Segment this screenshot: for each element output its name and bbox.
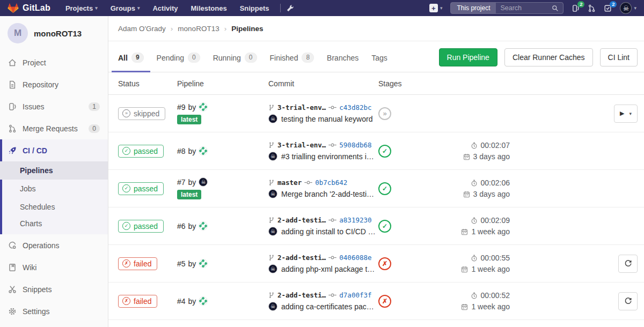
search-scope-button[interactable]: This project	[451, 3, 496, 13]
commit-sha-link[interactable]: 0406088e	[339, 254, 371, 262]
pipeline-id-link[interactable]: #7	[177, 178, 186, 187]
sidebar-item-issues[interactable]: Issues 1	[0, 95, 108, 117]
status-badge[interactable]: ✓passed	[118, 220, 164, 233]
commit-author-avatar[interactable]: ☠	[268, 189, 277, 198]
stage-status-passed-icon[interactable]: ✓	[378, 220, 391, 233]
sidebar-item-schedules[interactable]: Schedules	[0, 198, 108, 216]
nav-groups[interactable]: Groups▾	[105, 4, 145, 12]
sidebar-item-charts[interactable]: Charts	[0, 216, 108, 234]
breadcrumb-project[interactable]: monoROT13	[178, 25, 219, 33]
search-input[interactable]	[500, 4, 552, 12]
triggerer-avatar[interactable]	[199, 259, 208, 268]
pipeline-duration: 00:02:09	[481, 215, 510, 226]
branch-link[interactable]: 2-add-testi…	[277, 254, 326, 262]
commit-sha-link[interactable]: a8319230	[339, 216, 371, 224]
triggerer-avatar[interactable]	[199, 221, 208, 231]
issues-count: 1	[89, 102, 100, 111]
issues-nav-icon[interactable]: 2	[572, 4, 580, 12]
todos-nav-icon[interactable]: 2	[604, 4, 612, 12]
commit-message-link[interactable]: #3 trialling environments i…	[281, 152, 374, 161]
pipeline-id-link[interactable]: #4	[177, 297, 186, 306]
stage-status-passed-icon[interactable]: ✓	[378, 145, 391, 158]
stage-status-passed-icon[interactable]: ✓	[378, 182, 391, 195]
sidebar-item-merge-requests[interactable]: Merge Requests 0	[0, 117, 108, 139]
tab-tags[interactable]: Tags	[365, 46, 394, 72]
breadcrumb-user[interactable]: Adam O'Grady	[118, 25, 166, 33]
gitlab-logo[interactable]: GitLab	[8, 3, 50, 13]
commit-sha-link[interactable]: 0b7cb642	[315, 179, 347, 187]
status-badge[interactable]: ✗failed	[118, 295, 157, 308]
triggerer-avatar[interactable]	[199, 102, 208, 112]
sidebar-item-settings[interactable]: Settings	[0, 300, 108, 322]
breadcrumb-separator: ›	[171, 25, 173, 33]
commit-author-avatar[interactable]: ☠	[268, 302, 277, 311]
sidebar-project[interactable]: M monoROT13	[0, 16, 108, 51]
nav-projects[interactable]: Projects▾	[60, 4, 103, 12]
sidebar-item-cicd[interactable]: CI / CD	[0, 139, 108, 161]
calendar-icon	[461, 303, 468, 310]
clear-runner-caches-button[interactable]: Clear Runner Caches	[504, 48, 593, 66]
sidebar-item-snippets[interactable]: Snippets	[0, 278, 108, 300]
ci-lint-button[interactable]: CI Lint	[600, 48, 638, 66]
status-badge[interactable]: ✗failed	[118, 257, 157, 270]
branch-link[interactable]: 2-add-testi…	[277, 216, 326, 224]
triggerer-avatar[interactable]	[199, 146, 208, 155]
commit-sha-link[interactable]: c43d82bc	[339, 103, 371, 112]
commit-message-link[interactable]: testing the manual keyword	[281, 115, 372, 123]
branch-link[interactable]: master	[277, 179, 302, 187]
run-pipeline-button[interactable]: Run Pipeline	[439, 48, 497, 66]
commit-sha-link[interactable]: 5908db68	[339, 141, 371, 149]
tab-finished[interactable]: Finished8	[264, 46, 321, 72]
commit-sha-link[interactable]: d7a00f3f	[339, 291, 371, 299]
commit-author-avatar[interactable]: ☠	[268, 227, 277, 236]
tab-branches[interactable]: Branches	[320, 46, 365, 72]
sidebar-item-repository[interactable]: Repository	[0, 73, 108, 95]
pipeline-id-link[interactable]: #9	[177, 103, 186, 112]
pipeline-finished-ago: 1 week ago	[471, 264, 510, 275]
commit-message-link[interactable]: adding git install to CI/CD …	[281, 227, 376, 236]
commit-author-avatar[interactable]: ☠	[268, 152, 277, 161]
commit-message-link[interactable]: Merge branch '2-add-testi…	[281, 190, 374, 198]
sidebar-item-wiki[interactable]: Wiki	[0, 256, 108, 278]
stage-status-failed-icon[interactable]: ✗	[378, 257, 391, 270]
nav-snippets[interactable]: Snippets	[235, 4, 275, 12]
gear-icon	[8, 307, 17, 316]
nav-milestones[interactable]: Milestones	[185, 4, 232, 12]
branch-link[interactable]: 3-trial-env…	[277, 141, 326, 149]
pipeline-id-link[interactable]: #8	[177, 147, 186, 155]
sidebar-item-jobs[interactable]: Jobs	[0, 180, 108, 198]
col-status: Status	[118, 72, 177, 94]
branch-link[interactable]: 3-trial-env…	[277, 103, 326, 112]
stage-status-failed-icon[interactable]: ✗	[378, 295, 391, 308]
commit-message-link[interactable]: adding php-xml package t…	[281, 265, 375, 273]
tab-running[interactable]: Running0	[207, 46, 264, 72]
commit-author-avatar[interactable]: ☠	[268, 264, 277, 273]
status-badge[interactable]: ✓passed	[118, 182, 164, 195]
tab-all[interactable]: All9	[112, 46, 150, 72]
retry-pipeline-button[interactable]	[618, 255, 638, 273]
sidebar-item-operations[interactable]: Operations	[0, 234, 108, 256]
col-stages: Stages	[378, 72, 427, 94]
sidebar-item-pipelines[interactable]: Pipelines	[0, 161, 108, 180]
triggerer-avatar[interactable]	[199, 296, 208, 306]
branch-link[interactable]: 2-add-testi…	[277, 291, 326, 299]
stage-status-skipped-icon[interactable]: »	[378, 107, 391, 120]
nav-activity[interactable]: Activity	[147, 4, 183, 12]
user-menu[interactable]: ☠ ▾	[620, 2, 636, 14]
retry-pipeline-button[interactable]	[618, 292, 638, 310]
merge-requests-nav-icon[interactable]	[588, 4, 596, 12]
new-menu-button[interactable]: + ▾	[429, 4, 443, 12]
commit-message-link[interactable]: adding ca-certificates pac…	[281, 302, 374, 311]
commit-author-avatar[interactable]: ☠	[268, 114, 277, 123]
status-badge[interactable]: »skipped	[118, 107, 165, 120]
tab-pending[interactable]: Pending0	[150, 46, 207, 72]
admin-wrench-icon[interactable]	[286, 4, 294, 12]
status-badge[interactable]: ✓passed	[118, 145, 164, 158]
pipeline-id-link[interactable]: #5	[177, 259, 186, 268]
manual-play-dropdown-button[interactable]: ▶▾	[614, 105, 638, 123]
search-icon[interactable]	[552, 5, 559, 12]
triggerer-avatar[interactable]: ☠	[199, 177, 208, 187]
pipeline-id-link[interactable]: #6	[177, 222, 186, 231]
pipeline-finished-ago: 1 week ago	[471, 301, 510, 313]
sidebar-item-project[interactable]: Project	[0, 51, 108, 73]
